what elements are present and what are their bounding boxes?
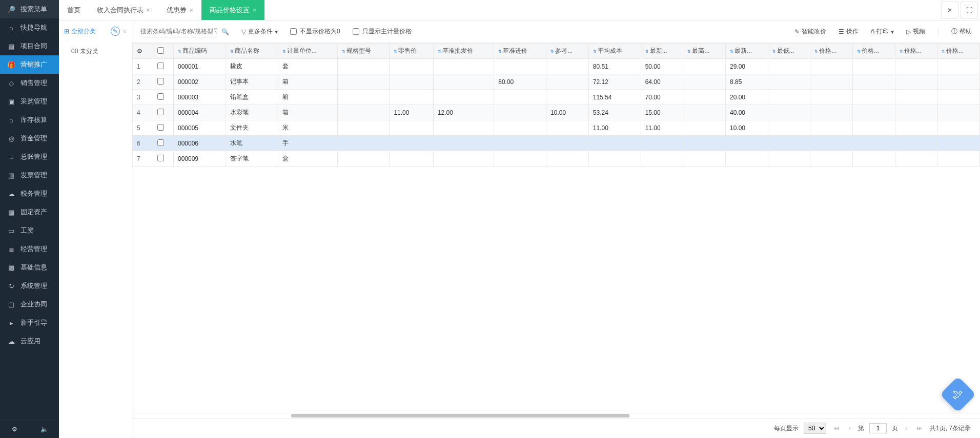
category-node[interactable]: 00 未分类 [64,44,127,59]
sidebar-item-11[interactable]: ▦固定资产 [0,203,59,221]
cell-low[interactable] [768,105,810,120]
collapse-panel-button[interactable]: « [123,28,127,35]
cell-retail[interactable] [390,151,433,166]
cell-code[interactable]: 000005 [174,120,226,136]
cell-low[interactable] [768,120,810,136]
video-button[interactable]: ▷ 视频 [906,27,925,36]
fullscreen-button[interactable]: ⛶ [961,2,978,19]
sidebar-item-7[interactable]: ◎资金管理 [0,129,59,148]
cell-price1[interactable] [810,59,853,74]
column-header-6[interactable]: ⇅零售价 [390,44,433,59]
select-all-checkbox[interactable] [157,47,164,54]
column-header-4[interactable]: ⇅计量单位... [278,44,337,59]
cell-newest2[interactable]: 20.00 [725,90,768,105]
column-header-13[interactable]: ⇅最新... [725,44,768,59]
sidebar-item-6[interactable]: ⌂库存核算 [0,111,59,129]
table-row[interactable]: 4000004水彩笔箱11.0012.0010.0053.2415.0040.0… [133,105,980,120]
column-header-0[interactable]: ⚙ [133,44,153,59]
column-header-8[interactable]: ⇅基准进价 [494,44,546,59]
column-header-14[interactable]: ⇅最低... [768,44,810,59]
cell-name[interactable]: 水彩笔 [226,105,278,120]
cell-newest1[interactable]: 50.00 [641,59,683,74]
more-conditions[interactable]: ▽ 更多条件 ▾ [241,27,278,36]
table-row[interactable]: 6000006水笔手 [133,136,980,151]
cell-newest2[interactable] [725,136,768,151]
cell-price2[interactable] [852,151,895,166]
table-wrapper[interactable]: ⚙⇅商品编码⇅商品名称⇅计量单位...⇅规格型号⇅零售价⇅基准批发价⇅基准进价⇅… [132,43,980,413]
sidebar-item-5[interactable]: ▣采购管理 [0,92,59,111]
cell-price2[interactable] [852,90,895,105]
cell-avg[interactable]: 11.00 [588,120,641,136]
cell-name[interactable]: 水笔 [226,136,278,151]
column-header-15[interactable]: ⇅价格... [810,44,853,59]
cell-price4[interactable] [937,59,980,74]
cell-price3[interactable] [895,74,937,90]
cell-unit[interactable]: 手 [278,136,337,151]
cell-price3[interactable] [895,105,937,120]
cell-ref[interactable] [546,74,589,90]
smart-price-button[interactable]: ✎ 智能改价 [794,27,826,36]
cell-newest2[interactable] [725,151,768,166]
prev-page-button[interactable]: ‹ [847,425,853,432]
cell-avg[interactable]: 80.51 [588,59,641,74]
cell-newest1[interactable] [641,151,683,166]
cell-spec[interactable] [337,59,390,74]
cell-price2[interactable] [852,105,895,120]
sidebar-item-4[interactable]: ◇销售管理 [0,74,59,92]
sidebar-item-1[interactable]: ⌂快捷导航 [0,18,59,37]
cell-base[interactable] [494,136,546,151]
scrollbar-thumb[interactable] [291,414,629,418]
cell-price4[interactable] [937,105,980,120]
cell-name[interactable]: 记事本 [226,74,278,90]
column-header-3[interactable]: ⇅商品名称 [226,44,278,59]
cell-wholesale[interactable] [433,136,494,151]
cell-unit[interactable]: 套 [278,59,337,74]
cell-price1[interactable] [810,136,853,151]
cell-price4[interactable] [937,151,980,166]
column-header-2[interactable]: ⇅商品编码 [174,44,226,59]
cell-ref[interactable] [546,136,589,151]
cell-price3[interactable] [895,136,937,151]
sound-button[interactable]: 🔈 [30,420,59,438]
print-button[interactable]: ⎙ 打印 ▾ [871,27,894,36]
cell-code[interactable]: 000001 [174,59,226,74]
last-page-button[interactable]: ⏭ [914,425,925,432]
cell-retail[interactable] [390,136,433,151]
cell-high[interactable] [683,59,726,74]
cell-wholesale[interactable]: 12.00 [433,105,494,120]
sidebar-item-9[interactable]: ▥发票管理 [0,166,59,184]
tab-close-icon[interactable]: × [190,7,193,14]
tab-close-icon[interactable]: × [253,7,256,14]
cell-name[interactable]: 橡皮 [226,59,278,74]
sidebar-item-3[interactable]: 🎁营销推广 [0,55,59,74]
cell-base[interactable] [494,151,546,166]
next-page-button[interactable]: › [903,425,909,432]
cell-newest2[interactable]: 40.00 [725,105,768,120]
horizontal-scrollbar[interactable] [132,413,980,418]
cell-wholesale[interactable] [433,59,494,74]
cell-base[interactable] [494,59,546,74]
table-row[interactable]: 5000005文件夹米11.0011.0010.00 [133,120,980,136]
sidebar-item-0[interactable]: 🔎搜索菜单 [0,0,59,18]
cell-spec[interactable] [337,105,390,120]
row-checkbox[interactable] [157,124,164,131]
cell-avg[interactable] [588,136,641,151]
operations-button[interactable]: ☰ 操作 [839,27,859,36]
sidebar-item-15[interactable]: ↻系统管理 [0,277,59,295]
cell-price4[interactable] [937,90,980,105]
cell-avg[interactable]: 53.24 [588,105,641,120]
cell-price4[interactable] [937,136,980,151]
cell-newest1[interactable]: 11.00 [641,120,683,136]
sidebar-item-16[interactable]: ▢企业协同 [0,295,59,314]
cell-name[interactable]: 铅笔盒 [226,90,278,105]
sidebar-item-14[interactable]: ▩基础信息 [0,258,59,277]
cell-wholesale[interactable] [433,151,494,166]
cell-price4[interactable] [937,74,980,90]
tab-0[interactable]: 首页 [59,0,89,20]
cell-base[interactable] [494,90,546,105]
cell-retail[interactable] [390,59,433,74]
cell-code[interactable]: 000002 [174,74,226,90]
cell-ref[interactable]: 10.00 [546,105,589,120]
cell-price3[interactable] [895,90,937,105]
cell-price2[interactable] [852,59,895,74]
